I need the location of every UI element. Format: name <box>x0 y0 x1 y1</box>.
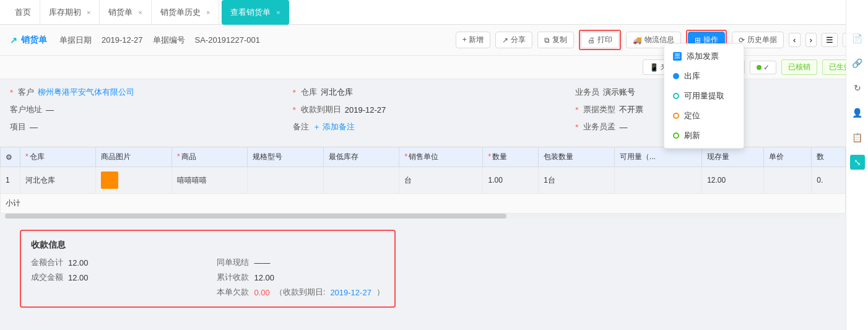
outbound-icon <box>673 73 679 79</box>
doc-title: ↗ 销货单 <box>10 35 47 46</box>
sidebar-link-icon[interactable]: 🔗 <box>850 56 865 71</box>
col-amount: 数 <box>812 147 846 167</box>
project-value: — <box>30 123 38 132</box>
phone-icon: 📱 <box>649 63 659 72</box>
col-stock: 现存量 <box>702 147 764 167</box>
deal-amount-value: 12.00 <box>68 273 89 282</box>
close-tab-view[interactable]: × <box>276 9 280 16</box>
col-product: *商品 <box>171 147 247 167</box>
check-button[interactable]: ✓ <box>750 61 776 74</box>
summary-section: 收款信息 金额合计 12.00 同单现结 —— 成交金额 12.00 累计收款 … <box>20 230 396 308</box>
product-image <box>101 172 118 189</box>
table-header-row: ⚙ *仓库 商品图片 *商品 规格型号 最低库存 *销售单位 *数量 包装数量 … <box>1 147 846 167</box>
dropdown-available-qty[interactable]: 可用量提取 <box>664 86 744 106</box>
customer-field: * 客户 柳州粤港平安气体有限公司 <box>10 87 293 98</box>
doc-date-label: 单据日期 <box>59 35 92 46</box>
owed-amount-item: 本单欠款 0.00 （收款到期日: 2019-12-27 ） <box>217 287 384 298</box>
operations-dropdown: 票 添加发票 出库 可用量提取 定位 刷新 <box>664 43 744 149</box>
tab-inventory-init[interactable]: 库存期初 × <box>40 0 100 25</box>
tab-home[interactable]: 首页 <box>6 0 40 25</box>
tab-bar: 首页 库存期初 × 销货单 × 销货单历史 × 查看销货单 × × <box>0 0 868 25</box>
sidebar-refresh-icon[interactable]: ↻ <box>850 80 865 95</box>
sidebar-expand-icon[interactable]: ⤡ <box>850 155 865 170</box>
total-amount-value: 12.00 <box>68 258 89 267</box>
right-sidebar: 📄 🔗 ↻ 👤 📋 ⤡ <box>846 0 868 319</box>
dropdown-add-invoice[interactable]: 票 添加发票 <box>664 46 744 66</box>
tab-view-sales[interactable]: 查看销货单 × <box>222 0 289 25</box>
truck-icon: 🚚 <box>633 36 642 45</box>
dropdown-outbound[interactable]: 出库 <box>664 66 744 86</box>
locate-icon <box>673 113 679 119</box>
row-spec <box>248 167 323 194</box>
same-order-value: —— <box>254 258 270 267</box>
note-field: 备注 ＋ 添加备注 <box>293 121 576 132</box>
check-dot <box>757 65 762 70</box>
doc-actions: + 新增 ↗ 分享 ⧉ 复制 🖨 打印 🚚 物流信息 ⊞ <box>456 30 858 50</box>
row-img <box>96 167 171 194</box>
tab-sales-history[interactable]: 销货单历史 × <box>152 0 219 25</box>
row-amount: 0. <box>812 167 846 194</box>
col-pkg-qty: 包装数量 <box>539 147 614 167</box>
doc-no-label: 单据编号 <box>153 35 185 46</box>
cumulative-item: 累计收款 12.00 <box>217 272 384 283</box>
scrollbar-thumb[interactable] <box>5 214 506 219</box>
due-date-value: 2019-12-27 <box>330 288 371 297</box>
same-order-item: 同单现结 —— <box>217 257 384 268</box>
row-available <box>614 167 701 194</box>
close-tab-inventory[interactable]: × <box>87 9 90 16</box>
col-img: 商品图片 <box>96 147 171 167</box>
row-stock: 12.00 <box>702 167 764 194</box>
print-highlight-box: 🖨 打印 <box>579 30 621 50</box>
subtotal-row: 小计 <box>1 194 846 214</box>
owed-item <box>31 287 198 298</box>
doc-no-value: SA-20191227-001 <box>195 35 261 45</box>
summary-container: 收款信息 金额合计 12.00 同单现结 —— 成交金额 12.00 累计收款 … <box>0 219 868 319</box>
new-button[interactable]: + 新增 <box>456 32 490 48</box>
share-button[interactable]: ↗ 分享 <box>495 32 532 48</box>
dropdown-locate[interactable]: 定位 <box>664 106 744 126</box>
close-tab-sales[interactable]: × <box>138 9 142 16</box>
sales-table: ⚙ *仓库 商品图片 *商品 规格型号 最低库存 *销售单位 *数量 包装数量 … <box>0 147 846 214</box>
copy-icon: ⧉ <box>544 36 550 45</box>
col-settings: ⚙ <box>1 147 20 167</box>
col-available: 可用量（... <box>614 147 701 167</box>
list-view-button[interactable]: ☰ <box>822 33 838 47</box>
address-value: — <box>46 105 54 115</box>
nav-next-button[interactable]: › <box>805 33 817 47</box>
salesperson-value: — <box>619 123 627 132</box>
project-field: 项目 — <box>10 121 293 132</box>
cumulative-value: 12.00 <box>254 273 274 282</box>
tab-sales-order[interactable]: 销货单 × <box>100 0 151 25</box>
refresh-icon <box>673 132 679 139</box>
print-icon: 🖨 <box>588 36 595 45</box>
nav-prev-button[interactable]: ‹ <box>789 33 800 47</box>
customer-value[interactable]: 柳州粤港平安气体有限公司 <box>38 87 134 98</box>
ticket-value: 不开票 <box>619 104 643 115</box>
payment-date-value: 2019-12-27 <box>345 105 386 115</box>
close-tab-history[interactable]: × <box>206 9 210 16</box>
sidebar-user-icon[interactable]: 👤 <box>850 105 865 120</box>
staff-value: 演示账号 <box>603 87 635 98</box>
col-spec: 规格型号 <box>248 147 323 167</box>
col-price: 单价 <box>764 147 812 167</box>
address-field: 客户地址 — <box>10 104 293 115</box>
horizontal-scrollbar[interactable] <box>5 214 841 219</box>
warehouse-field: * 仓库 河北仓库 <box>293 87 576 98</box>
col-qty: *数量 <box>483 147 539 167</box>
dropdown-refresh[interactable]: 刷新 <box>664 126 744 145</box>
sidebar-doc-icon[interactable]: 📄 <box>850 31 865 46</box>
add-note-button[interactable]: ＋ 添加备注 <box>313 121 355 132</box>
sidebar-clip-icon[interactable]: 📋 <box>850 130 865 145</box>
doc-meta: 单据日期 2019-12-27 单据编号 SA-20191227-001 <box>59 35 456 46</box>
print-button[interactable]: 🖨 打印 <box>581 32 619 48</box>
col-warehouse: *仓库 <box>20 147 96 167</box>
invoice-icon: 票 <box>673 52 682 61</box>
owed-amount-value: 0.00 <box>254 288 269 297</box>
row-price <box>764 167 812 194</box>
col-unit: *销售单位 <box>399 147 483 167</box>
share-icon: ↗ <box>502 36 508 45</box>
row-qty: 1.00 <box>483 167 539 194</box>
row-pkg-qty: 1台 <box>539 167 614 194</box>
copy-button[interactable]: ⧉ 复制 <box>537 32 574 48</box>
payment-date-field: * 收款到期日 2019-12-27 <box>293 104 576 115</box>
